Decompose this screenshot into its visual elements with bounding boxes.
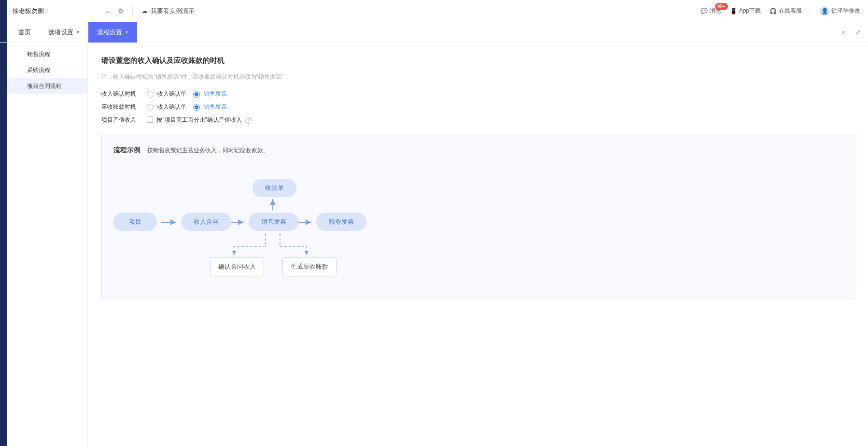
message-icon: 💬 [700,8,708,14]
tab-home-label: 首页 [18,28,31,37]
flow-desc: 按销售发票记主营业务收入，同时记应收账款。 [147,146,269,155]
project-value-row: 项目产值收入 按"项目完工百分比"确认产值收入 ? [101,116,854,124]
app-download-button[interactable]: 📱 App下载 [730,7,761,15]
phone-icon: 📱 [730,8,737,14]
ar-opt-invoice[interactable]: 销售发票 [193,103,227,111]
checkbox-label: 按"项目完工百分比"确认产值收入 [156,116,242,123]
sidebar-item-label: 销售流程 [27,51,50,58]
messages-button[interactable]: 💬 消息 99+ [700,7,721,15]
income-timing-label: 收入确认时机 [101,90,140,98]
radio-icon [147,104,154,111]
tab-home[interactable]: 首页 [10,22,40,43]
help-icon[interactable]: ? [245,117,252,124]
sidebar-item-label: 采购流程 [27,67,50,73]
flow-example-box: 流程示例 按销售发票记主营业务收入，同时记应收账款。 [101,134,854,300]
close-icon[interactable]: × [125,29,128,36]
flow-node-sales-invoice: 销售发票 [249,213,299,231]
radio-icon [147,91,154,98]
headset-icon: 🎧 [770,8,777,14]
divider [811,6,811,16]
flow-node-confirm-income: 确认合同收入 [210,257,264,276]
cloud-icon: ☁ [141,7,148,14]
checkbox-icon [147,116,153,123]
flow-node-project: 项目 [113,213,157,231]
expand-icon: ⤢ [855,29,861,36]
tab-process-label: 流程设置 [97,28,122,37]
user-menu[interactable]: 👤 徐泽华修改 [820,6,860,16]
note-text: 注：收入确认时机为"销售发票"时，应收账款确认时机必须为"销售发票" [101,73,854,81]
org-name-label: 徐老板勿删！ [13,7,50,15]
flow-node-generate-ar: 生成应收账款 [282,257,336,276]
online-cs-label: 在线客服 [779,7,802,15]
radio-label: 销售发票 [204,103,227,111]
radio-label: 收入确认单 [157,103,186,111]
radio-icon [193,104,200,111]
radio-icon [193,91,200,98]
income-opt-confirm[interactable]: 收入确认单 [147,90,186,98]
tab-row: 首页 选项设置 × 流程设置 × × ⤢ [0,22,868,43]
flow-node-tax-invoice: 税务发票 [316,213,366,231]
chevron-down-icon: ⌄ [106,7,111,14]
radio-label: 收入确认单 [157,90,186,98]
top-bar: 徐老板勿删！ ⌄ ⚙ ☁ 我要看实例演示 💬 消息 99+ 📱 App下载 🎧 … [0,0,868,22]
top-right-actions: 💬 消息 99+ 📱 App下载 🎧 在线客服 👤 徐泽华修改 [700,6,860,16]
app-rail[interactable] [0,0,7,446]
tab-options-label: 选项设置 [48,28,73,37]
online-cs-button[interactable]: 🎧 在线客服 [770,7,802,15]
income-opt-invoice[interactable]: 销售发票 [193,90,227,98]
tab-process[interactable]: 流程设置 × [88,22,137,43]
page-title: 请设置您的收入确认及应收账款的时机 [101,56,854,65]
gear-icon[interactable]: ⚙ [118,7,124,14]
process-sidebar: 销售流程 采购流程 项目合同流程 [7,43,88,446]
flow-node-receipt: 收款单 [252,179,296,197]
demo-link[interactable]: ☁ 我要看实例演示 [141,7,195,15]
pct-checkbox[interactable]: 按"项目完工百分比"确认产值收入 ? [147,116,252,124]
flow-node-income-contract: 收入合同 [181,213,231,231]
sidebar-item-purchase[interactable]: 采购流程 [7,62,87,78]
radio-label: 销售发票 [204,90,227,98]
messages-badge: 99+ [715,3,728,10]
demo-link-label: 我要看实例演示 [151,7,195,15]
main-panel: 请设置您的收入确认及应收账款的时机 注：收入确认时机为"销售发票"时，应收账款确… [88,43,868,446]
project-value-label: 项目产值收入 [101,116,140,124]
user-name-label: 徐泽华修改 [831,7,860,15]
close-panel-button[interactable]: × [838,27,849,38]
sidebar-item-sales[interactable]: 销售流程 [7,46,87,62]
income-timing-row: 收入确认时机 收入确认单 销售发票 [101,90,854,98]
avatar-icon: 👤 [820,6,829,16]
ar-timing-label: 应收账款时机 [101,103,140,111]
ar-timing-row: 应收账款时机 收入确认单 销售发票 [101,103,854,111]
flow-title: 流程示例 [113,146,140,155]
divider [132,6,133,16]
sidebar-item-label: 项目合同流程 [27,83,62,89]
close-icon: × [841,29,845,36]
tab-options[interactable]: 选项设置 × [40,22,88,43]
org-selector[interactable]: 徐老板勿删！ ⌄ [10,7,111,15]
close-icon[interactable]: × [76,29,80,36]
expand-panel-button[interactable]: ⤢ [853,27,863,38]
app-download-label: App下载 [739,7,761,15]
sidebar-item-project-contract[interactable]: 项目合同流程 [7,78,87,94]
ar-opt-confirm[interactable]: 收入确认单 [147,103,186,111]
